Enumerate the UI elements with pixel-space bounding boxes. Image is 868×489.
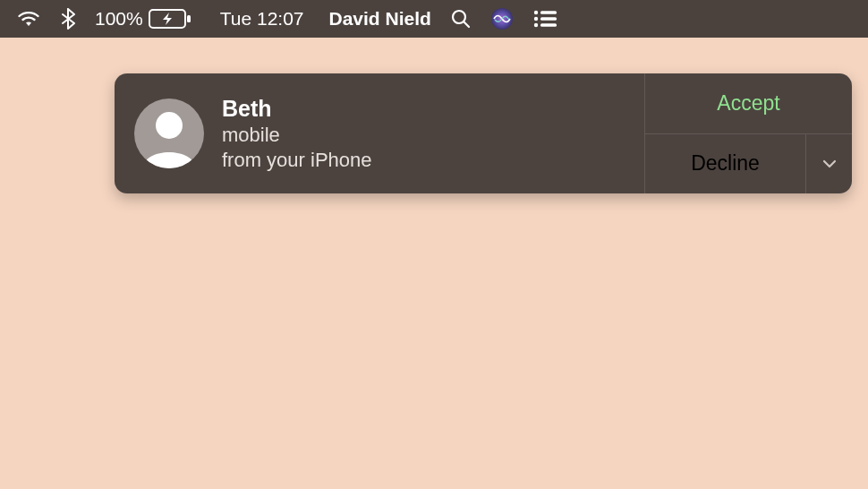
svg-point-5 [534, 11, 538, 14]
decline-button[interactable]: Decline [645, 134, 805, 194]
menubar: 100% Tue 12:07 David Nield [0, 0, 868, 38]
svg-rect-8 [540, 17, 557, 21]
person-silhouette-icon [134, 99, 204, 168]
incoming-call-notification: Beth mobile from your iPhone Accept Decl… [115, 73, 852, 193]
datetime[interactable]: Tue 12:07 [220, 8, 304, 30]
caller-info: Beth mobile from your iPhone [222, 96, 372, 172]
username[interactable]: David Nield [329, 8, 431, 30]
bluetooth-icon[interactable] [61, 7, 75, 30]
decline-label: Decline [691, 151, 760, 176]
caller-line-type: mobile [222, 124, 372, 147]
svg-rect-1 [187, 15, 191, 22]
decline-row: Decline [645, 134, 852, 194]
wifi-icon[interactable] [16, 10, 41, 28]
svg-point-7 [534, 17, 538, 21]
svg-point-9 [534, 23, 538, 27]
caller-source: from your iPhone [222, 149, 372, 172]
accept-label: Accept [717, 91, 779, 116]
svg-line-3 [464, 22, 469, 28]
spotlight-search-icon[interactable] [451, 9, 471, 29]
accept-button[interactable]: Accept [645, 73, 852, 134]
notification-actions: Accept Decline [644, 73, 852, 193]
battery-percentage: 100% [95, 8, 143, 30]
svg-point-11 [156, 112, 183, 139]
notification-body: Beth mobile from your iPhone [115, 73, 644, 193]
caller-name: Beth [222, 96, 372, 122]
chevron-down-icon [822, 159, 837, 168]
decline-options-button[interactable] [805, 134, 852, 194]
caller-avatar [134, 99, 204, 168]
svg-rect-10 [540, 23, 557, 27]
battery-charging-icon [149, 9, 191, 29]
notification-center-icon[interactable] [533, 10, 557, 28]
battery-status[interactable]: 100% [95, 8, 191, 30]
svg-rect-6 [540, 11, 557, 14]
siri-icon[interactable] [490, 7, 514, 30]
